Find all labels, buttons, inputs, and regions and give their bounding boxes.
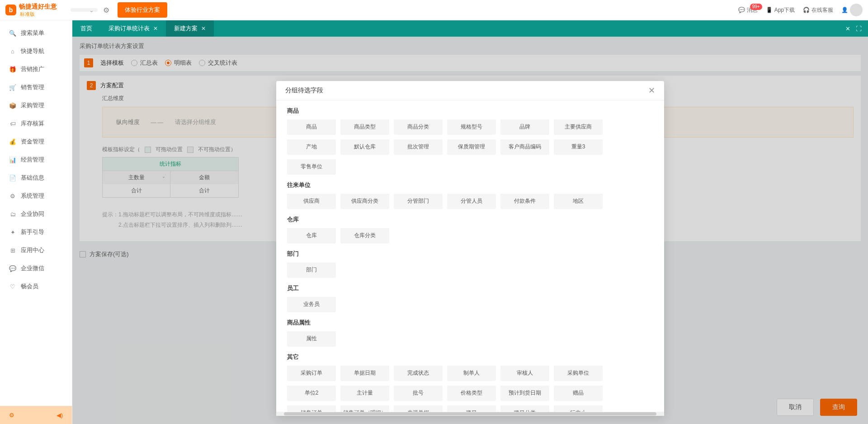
sidebar: 🔍搜索菜单⌂快捷导航🎁营销推广🛒销售管理📦采购管理🏷库存核算💰资金管理📊经营管理… <box>0 20 72 424</box>
field-chip[interactable]: 单位2 <box>287 386 336 401</box>
sidebar-item-icon: 🔍 <box>9 29 16 37</box>
field-chip[interactable]: 主要供应商 <box>554 119 603 135</box>
field-chip[interactable]: 客户商品编码 <box>500 139 549 155</box>
sidebar-item-10[interactable]: 🗂企业协同 <box>0 205 72 223</box>
online-service-label: 在线客服 <box>811 6 833 14</box>
modal-horizontal-scrollbar[interactable] <box>276 412 664 416</box>
field-chip[interactable]: 供应商 <box>287 194 336 209</box>
close-icon[interactable]: ✕ <box>201 25 206 32</box>
content-area: 首页采购订单统计表✕新建方案✕ ✕ ⛶ 采购订单统计表方案设置 1 选择模板 汇… <box>72 20 868 424</box>
workspace-tabs: 首页采购订单统计表✕新建方案✕ ✕ ⛶ <box>72 20 868 37</box>
field-chip[interactable]: 重量3 <box>554 139 603 155</box>
field-chip[interactable]: 属性 <box>287 331 336 347</box>
field-chip[interactable]: 行中止 <box>554 405 603 412</box>
close-all-tabs-icon[interactable]: ✕ <box>845 25 850 32</box>
close-icon[interactable]: ✕ <box>648 86 655 95</box>
field-chip[interactable]: 采购订单 <box>287 366 336 381</box>
sidebar-item-label: 基础信息 <box>21 174 44 182</box>
settings-icon[interactable]: ⚙ <box>9 412 14 419</box>
gear-icon[interactable]: ⚙ <box>103 6 109 14</box>
field-chip[interactable]: 默认仓库 <box>340 139 389 155</box>
field-chip[interactable]: 完成状态 <box>394 366 443 381</box>
sidebar-item-5[interactable]: 🏷库存核算 <box>0 114 72 133</box>
sidebar-item-3[interactable]: 🛒销售管理 <box>0 78 72 96</box>
sidebar-item-label: 采购管理 <box>21 101 44 110</box>
field-chip[interactable]: 供应商分类 <box>340 194 389 209</box>
field-chip[interactable]: 单据日期 <box>340 366 389 381</box>
field-chip[interactable]: 项目分类 <box>500 405 549 412</box>
sidebar-item-13[interactable]: 💬企业微信 <box>0 259 72 277</box>
field-chip[interactable]: 销售订单（明细） <box>340 405 389 412</box>
sidebar-item-1[interactable]: ⌂快捷导航 <box>0 42 72 60</box>
sidebar-item-2[interactable]: 🎁营销推广 <box>0 60 72 78</box>
field-chip[interactable]: 分管部门 <box>394 194 443 209</box>
brand-name: 畅捷通好生意 <box>19 3 57 11</box>
sidebar-item-icon: ⌂ <box>9 48 16 55</box>
fullscreen-icon[interactable]: ⛶ <box>856 25 862 32</box>
field-chip[interactable]: 预计到货日期 <box>500 386 549 401</box>
field-chip[interactable]: 仓库 <box>287 228 336 243</box>
collapse-icon[interactable]: ◀) <box>57 412 63 419</box>
tab-label: 采购订单统计表 <box>108 24 150 33</box>
field-chip[interactable]: 销售订单 <box>287 405 336 412</box>
field-chip[interactable]: 批号 <box>394 386 443 401</box>
tab-2[interactable]: 新建方案✕ <box>166 20 214 37</box>
field-group-4: 员工业务员 <box>287 284 653 312</box>
messages-button[interactable]: 💬 消息 99+ <box>738 6 758 14</box>
sidebar-item-6[interactable]: 💰资金管理 <box>0 133 72 151</box>
field-chip[interactable]: 规格型号 <box>447 119 496 135</box>
field-chip[interactable]: 零售单位 <box>287 159 336 175</box>
brand-edition: 标准版 <box>20 11 57 18</box>
sidebar-item-9[interactable]: ⚙系统管理 <box>0 187 72 205</box>
field-chip[interactable]: 品牌 <box>500 119 549 135</box>
field-chip[interactable]: 来源单据 <box>394 405 443 412</box>
tab-0[interactable]: 首页 <box>72 20 100 37</box>
field-group-title: 往来单位 <box>287 181 653 189</box>
sidebar-item-0[interactable]: 🔍搜索菜单 <box>0 24 72 42</box>
field-chip[interactable]: 批次管理 <box>394 139 443 155</box>
tab-label: 首页 <box>80 24 92 33</box>
field-chip[interactable]: 制单人 <box>447 366 496 381</box>
sidebar-item-icon: ✦ <box>9 229 16 236</box>
sidebar-item-14[interactable]: ♡畅会员 <box>0 277 72 295</box>
field-chip[interactable]: 商品分类 <box>394 119 443 135</box>
field-chip[interactable]: 保质期管理 <box>447 139 496 155</box>
field-chip[interactable]: 分管人员 <box>447 194 496 209</box>
field-chip[interactable]: 部门 <box>287 262 336 278</box>
field-group-1: 往来单位供应商供应商分类分管部门分管人员付款条件地区 <box>287 181 653 209</box>
sidebar-item-12[interactable]: ⊞应用中心 <box>0 241 72 259</box>
field-chip[interactable]: 付款条件 <box>500 194 549 209</box>
field-group-6: 其它采购订单单据日期完成状态制单人审核人采购单位单位2主计量批号价格类型预计到货… <box>287 353 653 412</box>
app-download-button[interactable]: 📱 App下载 <box>766 6 795 14</box>
field-chip[interactable]: 采购单位 <box>554 366 603 381</box>
field-chip[interactable]: 地区 <box>554 194 603 209</box>
mobile-icon: 📱 <box>766 7 773 13</box>
field-chip[interactable]: 商品 <box>287 119 336 135</box>
sidebar-item-8[interactable]: 📄基础信息 <box>0 169 72 187</box>
field-group-3: 部门部门 <box>287 250 653 278</box>
field-chip[interactable]: 产地 <box>287 139 336 155</box>
industry-cta-button[interactable]: 体验行业方案 <box>118 2 167 18</box>
field-chip[interactable]: 价格类型 <box>447 386 496 401</box>
org-selector[interactable]: ⌄ <box>71 8 98 12</box>
tab-1[interactable]: 采购订单统计表✕ <box>100 20 166 37</box>
sidebar-item-4[interactable]: 📦采购管理 <box>0 96 72 114</box>
user-menu[interactable]: 👤 <box>841 4 863 16</box>
close-icon[interactable]: ✕ <box>153 25 158 32</box>
field-chip[interactable]: 赠品 <box>554 386 603 401</box>
sidebar-item-icon: 📄 <box>9 174 16 181</box>
online-service-button[interactable]: 🎧 在线客服 <box>803 6 833 14</box>
field-chip[interactable]: 主计量 <box>340 386 389 401</box>
field-group-title: 商品 <box>287 107 653 115</box>
sidebar-item-11[interactable]: ✦新手引导 <box>0 223 72 241</box>
field-chip[interactable]: 仓库分类 <box>340 228 389 243</box>
messages-badge: 99+ <box>750 4 762 10</box>
sidebar-item-7[interactable]: 📊经营管理 <box>0 151 72 169</box>
sidebar-item-icon: ⚙ <box>9 192 16 200</box>
field-chip[interactable]: 商品类型 <box>340 119 389 135</box>
brand-mark: b <box>5 5 16 15</box>
field-chip[interactable]: 业务员 <box>287 297 336 312</box>
field-chip[interactable]: 审核人 <box>500 366 549 381</box>
sidebar-item-label: 新手引导 <box>21 228 44 236</box>
field-chip[interactable]: 项目 <box>447 405 496 412</box>
